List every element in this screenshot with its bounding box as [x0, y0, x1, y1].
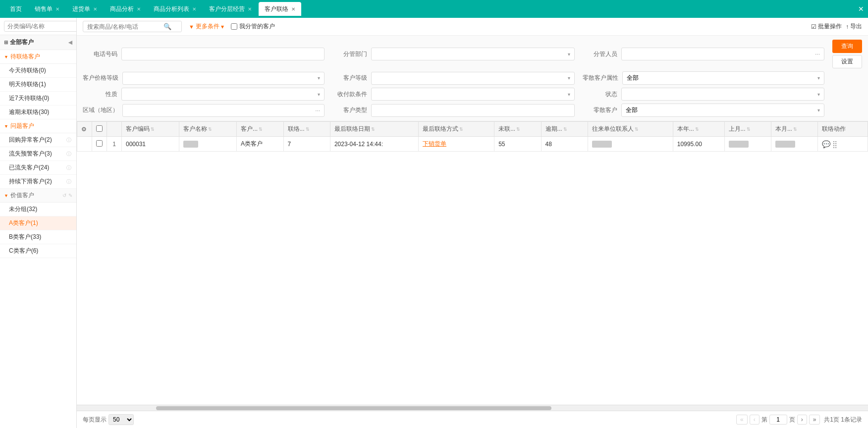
col-checkbox[interactable]	[92, 122, 107, 137]
nav-tab-purchase[interactable]: 进货单 ✕	[66, 2, 103, 16]
value-group-edit-icon[interactable]: ✎	[68, 193, 72, 198]
sidebar-item-today[interactable]: 今天待联络(0)	[0, 64, 76, 78]
sidebar-pending-group[interactable]: ▼ 待联络客户	[0, 50, 76, 64]
col-uncontacted-sort[interactable]: ⇅	[516, 127, 520, 132]
col-overdue[interactable]: 逾期... ⇅	[541, 122, 588, 137]
search-icon[interactable]: 🔍	[163, 23, 171, 30]
filter-person-input[interactable]: ···	[621, 48, 824, 60]
my-customers-check[interactable]	[231, 23, 237, 30]
horizontal-scrollbar[interactable]	[77, 405, 868, 411]
nav-tab-customer-contact-close[interactable]: ✕	[291, 6, 295, 12]
col-last-method[interactable]: 最后联络方式 ⇅	[419, 122, 494, 137]
col-last-date[interactable]: 最后联络日期 ⇅	[330, 122, 418, 137]
sidebar-value-group[interactable]: ▼ 价值客户 ↺ ✎	[0, 189, 76, 203]
nav-tab-analysis-close[interactable]: ✕	[137, 6, 141, 12]
row-action-msg-icon[interactable]: 💬	[822, 140, 830, 148]
filter-price-level-select[interactable]: ▾	[122, 72, 325, 85]
row-last-method-cell[interactable]: 下销货单	[419, 137, 494, 152]
row-checkbox-cell[interactable]	[92, 137, 107, 152]
sidebar-all-customers-header[interactable]: ⊞ 全部客户 ◀	[0, 35, 76, 50]
row-action-more-icon[interactable]: ⣿	[832, 140, 837, 148]
sidebar-item-unclassified[interactable]: 未分组(32)	[0, 203, 76, 216]
filter-status-select[interactable]: ▾	[621, 88, 824, 101]
sidebar-search-input[interactable]	[4, 21, 77, 32]
col-code-sort[interactable]: ⇅	[151, 127, 155, 132]
filter-retail-attr-select[interactable]: 全部 ▾	[622, 71, 824, 85]
sidebar-item-loss-warning[interactable]: 流失预警客户(3) ⓘ	[0, 147, 76, 161]
select-all-checkbox[interactable]	[96, 125, 103, 132]
sidebar-item-repurchase-abnormal[interactable]: 回购异常客户(2) ⓘ	[0, 133, 76, 147]
prev-page-btn[interactable]: ‹	[750, 415, 760, 425]
sidebar-item-class-b[interactable]: B类客户(33)	[0, 230, 76, 244]
col-last-month-sort[interactable]: ⇅	[747, 127, 751, 132]
row-last-method-link[interactable]: 下销货单	[423, 140, 446, 147]
sidebar-problem-group[interactable]: ▼ 问题客户	[0, 119, 76, 133]
more-filters-btn[interactable]: ▼ 更多条件 ▾	[186, 21, 227, 32]
col-last-date-sort[interactable]: ⇅	[371, 127, 375, 132]
batch-ops-btn[interactable]: ☑ 批量操作	[811, 22, 842, 31]
setting-button[interactable]: 设置	[832, 55, 862, 68]
filter-customer-level-select[interactable]: ▾	[371, 72, 574, 85]
row-checkbox[interactable]	[96, 140, 103, 147]
sidebar-item-declining[interactable]: 持续下滑客户(2) ⓘ	[0, 175, 76, 189]
col-last-method-sort[interactable]: ⇅	[459, 127, 463, 132]
filter-payment-select[interactable]: ▾	[371, 88, 574, 101]
sidebar-item-tomorrow[interactable]: 明天待联络(1)	[0, 78, 76, 92]
sidebar-item-class-a[interactable]: A类客户(1)	[0, 216, 76, 230]
nav-tab-customer-mgmt-label: 客户分层经营	[209, 5, 245, 13]
col-overdue-sort[interactable]: ⇅	[563, 127, 567, 132]
page-input[interactable]	[769, 415, 787, 425]
filter-region-input[interactable]: ···	[122, 104, 325, 117]
col-contact-num-sort[interactable]: ⇅	[306, 127, 310, 132]
my-customers-checkbox[interactable]: 我分管的客户	[231, 22, 275, 31]
nav-tab-purchase-close[interactable]: ✕	[93, 6, 97, 12]
value-group-refresh-icon[interactable]: ↺	[62, 193, 66, 198]
query-button[interactable]: 查询	[832, 40, 862, 53]
nav-tab-sales[interactable]: 销售单 ✕	[29, 2, 65, 16]
col-this-month-sort[interactable]: ⇅	[793, 127, 797, 132]
col-unit-contact[interactable]: 往来单位联系人 ⇅	[588, 122, 673, 137]
filter-retail-customer-select[interactable]: 全部 ▾	[621, 104, 824, 117]
nav-home[interactable]: 首页	[4, 2, 28, 16]
sidebar-item-week[interactable]: 近7天待联络(0)	[0, 92, 76, 106]
close-all-tabs[interactable]: ✕	[858, 5, 864, 13]
filter-phone-input[interactable]	[121, 48, 325, 60]
last-page-btn[interactable]: »	[809, 415, 820, 425]
filter-nature-select[interactable]: ▾	[121, 88, 325, 101]
col-uncontacted[interactable]: 未联... ⇅	[494, 122, 541, 137]
col-contact-num[interactable]: 联络... ⇅	[283, 122, 330, 137]
col-unit-contact-sort[interactable]: ⇅	[635, 127, 639, 132]
per-page-select[interactable]: 20 50 100	[108, 414, 134, 425]
export-btn[interactable]: ↑ 导出	[846, 22, 862, 31]
nav-tab-analysis-list-close[interactable]: ✕	[192, 6, 196, 12]
sidebar-item-week-label: 近7天待联络(0)	[9, 94, 49, 103]
col-this-month[interactable]: 本月... ⇅	[771, 122, 817, 137]
nav-tab-customer-mgmt-close[interactable]: ✕	[248, 6, 252, 12]
col-name[interactable]: 客户名称 ⇅	[179, 122, 237, 137]
nav-tab-analysis[interactable]: 商品分析 ✕	[104, 2, 147, 16]
col-type-sort[interactable]: ⇅	[259, 127, 263, 132]
filter-dept-select[interactable]: ▾	[371, 48, 574, 60]
col-name-sort[interactable]: ⇅	[208, 127, 212, 132]
col-last-month[interactable]: 上月... ⇅	[724, 122, 771, 137]
nav-tab-analysis-list[interactable]: 商品分析列表 ✕	[148, 2, 202, 16]
col-code[interactable]: 客户编码 ⇅	[122, 122, 179, 137]
col-type[interactable]: 客户... ⇅	[237, 122, 283, 137]
row-actions: 💬 ⣿	[822, 140, 864, 148]
col-this-year[interactable]: 本年... ⇅	[673, 122, 724, 137]
col-this-year-sort[interactable]: ⇅	[695, 127, 699, 132]
nav-tab-customer-mgmt[interactable]: 客户分层经营 ✕	[203, 2, 258, 16]
search-input[interactable]	[87, 23, 162, 30]
sidebar-collapse-icon[interactable]: ◀	[68, 40, 72, 45]
col-settings[interactable]: ⚙	[77, 122, 92, 137]
horizontal-scroll-thumb[interactable]	[156, 406, 552, 410]
nav-tab-customer-contact[interactable]: 客户联络 ✕	[259, 2, 301, 16]
settings-icon[interactable]: ⚙	[81, 126, 87, 133]
filter-customer-type-input[interactable]	[371, 104, 574, 117]
sidebar-item-lost[interactable]: 已流失客户(24) ⓘ	[0, 161, 76, 175]
next-page-btn[interactable]: ›	[797, 415, 807, 425]
nav-tab-sales-close[interactable]: ✕	[55, 6, 59, 12]
first-page-btn[interactable]: «	[736, 415, 748, 425]
sidebar-item-overdue[interactable]: 逾期未联络(30)	[0, 106, 76, 119]
sidebar-item-class-c[interactable]: C类客户(6)	[0, 244, 76, 258]
